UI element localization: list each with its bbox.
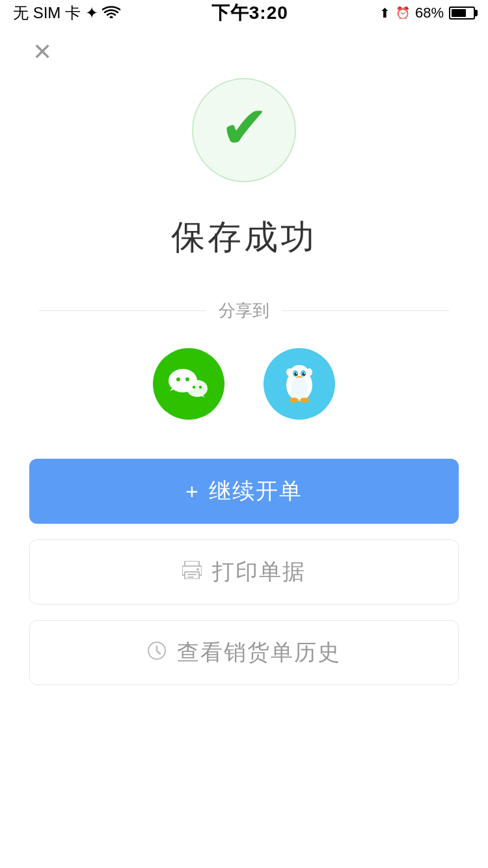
- checkmark-icon: ✔: [220, 98, 269, 157]
- svg-rect-25: [187, 576, 194, 578]
- svg-point-19: [286, 368, 293, 376]
- svg-point-13: [295, 373, 297, 374]
- status-left: 无 SIM 卡 ✦: [13, 3, 120, 23]
- history-button[interactable]: 查看销货单历史: [29, 620, 459, 685]
- alarm-icon: ⏰: [396, 6, 410, 20]
- wechat-icon-svg: [166, 361, 211, 407]
- no-sim-text: 无 SIM 卡 ✦: [13, 3, 98, 23]
- svg-point-17: [290, 398, 299, 403]
- qq-button[interactable]: [264, 348, 335, 420]
- divider-left: [39, 310, 206, 311]
- svg-point-5: [193, 386, 195, 388]
- history-label: 查看销货单历史: [177, 638, 341, 668]
- svg-point-18: [300, 398, 309, 403]
- buttons-section: + 继续开单 打印单据: [0, 459, 488, 685]
- share-divider: 分享到: [0, 299, 488, 322]
- print-icon: [182, 561, 202, 584]
- success-circle: ✔: [192, 78, 296, 182]
- share-icons: [153, 348, 335, 420]
- battery-icon: [449, 7, 475, 20]
- svg-point-3: [176, 377, 180, 381]
- continue-icon: +: [185, 479, 198, 504]
- print-button[interactable]: 打印单据: [29, 539, 459, 604]
- location-icon: ⬆: [379, 5, 390, 21]
- status-time: 下午3:20: [211, 1, 288, 25]
- svg-point-20: [306, 368, 312, 376]
- status-right: ⬆ ⏰ 68%: [379, 5, 475, 21]
- status-bar: 无 SIM 卡 ✦ 下午3:20 ⬆ ⏰ 68%: [0, 0, 488, 26]
- main-content: ✔ 保存成功 分享到: [0, 26, 488, 685]
- svg-rect-23: [185, 572, 199, 579]
- svg-point-11: [294, 372, 297, 375]
- svg-point-14: [303, 373, 305, 374]
- continue-button[interactable]: + 继续开单: [29, 459, 459, 524]
- svg-rect-21: [185, 561, 199, 566]
- divider-right: [282, 310, 449, 311]
- svg-point-4: [185, 377, 189, 381]
- svg-point-0: [109, 16, 113, 19]
- svg-point-26: [197, 568, 199, 571]
- print-label: 打印单据: [212, 557, 306, 587]
- share-section: 分享到: [0, 299, 488, 420]
- close-icon: ✕: [33, 40, 52, 64]
- svg-point-12: [302, 372, 305, 375]
- success-title: 保存成功: [171, 215, 317, 260]
- battery-percent: 68%: [415, 5, 444, 21]
- history-icon: [147, 641, 167, 665]
- svg-rect-24: [187, 574, 197, 575]
- share-label: 分享到: [219, 299, 269, 322]
- qq-icon-svg: [278, 363, 321, 405]
- svg-point-6: [199, 386, 202, 388]
- svg-point-2: [187, 380, 208, 397]
- close-button[interactable]: ✕: [26, 36, 59, 68]
- continue-label: 继续开单: [209, 476, 303, 506]
- svg-point-16: [291, 377, 308, 398]
- wifi-icon: [102, 4, 120, 22]
- wechat-button[interactable]: [153, 348, 224, 420]
